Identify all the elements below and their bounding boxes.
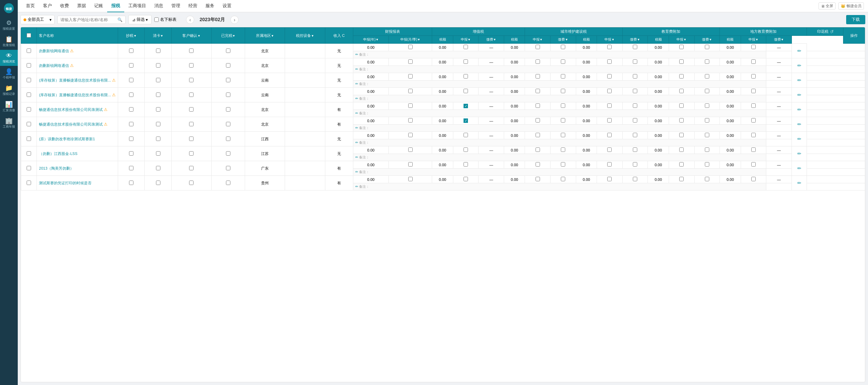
done-cell[interactable]	[212, 161, 245, 176]
yh-declare-checkbox[interactable]	[751, 74, 756, 79]
done-checkbox[interactable]	[226, 166, 230, 170]
qingka-cell[interactable]	[145, 117, 171, 132]
df-pay-cell[interactable]	[694, 58, 720, 66]
row-checkbox-cell[interactable]	[21, 58, 37, 73]
qingka-checkbox[interactable]	[156, 137, 160, 141]
jy-pay-cell[interactable]	[622, 44, 648, 51]
yh-declare-checkbox[interactable]	[751, 59, 756, 64]
sidebar-item-baoshuishezhi[interactable]: ⚙ 报税设置	[0, 17, 18, 33]
jy-pay-checkbox[interactable]	[633, 162, 637, 167]
cs-declare-checkbox[interactable]	[536, 177, 540, 181]
edit-note-icon[interactable]: ✏	[355, 141, 358, 144]
yh-declare-cell[interactable]	[741, 73, 766, 81]
cs-declare-cell[interactable]	[525, 102, 551, 110]
done-cell[interactable]	[212, 146, 245, 161]
jy-declare-checkbox[interactable]	[607, 45, 612, 49]
jy-pay-cell[interactable]	[622, 117, 648, 125]
row-checkbox-cell[interactable]	[21, 44, 37, 58]
nav-service[interactable]: 服务	[201, 0, 218, 12]
zzs-declare-cell[interactable]	[453, 146, 479, 154]
cs-pay-checkbox[interactable]	[561, 74, 565, 79]
row-checkbox-cell[interactable]	[21, 102, 37, 117]
cs-pay-checkbox[interactable]	[561, 45, 565, 49]
df-declare-cell[interactable]	[669, 73, 694, 81]
jy-declare-checkbox[interactable]	[607, 162, 612, 167]
cs-declare-cell[interactable]	[525, 132, 551, 139]
df-declare-cell[interactable]	[669, 176, 694, 183]
edit-icon[interactable]: ✏	[797, 180, 801, 186]
action-cell[interactable]: ✏	[792, 176, 807, 190]
zzs-declare-cell[interactable]: ✓	[453, 102, 479, 110]
edit-note-icon[interactable]: ✏	[355, 97, 358, 100]
done-cell[interactable]	[212, 132, 245, 146]
qingka-checkbox[interactable]	[156, 181, 160, 185]
caibao-month-checkbox[interactable]	[408, 162, 413, 167]
yh-declare-checkbox[interactable]	[751, 177, 756, 181]
row-checkbox-cell[interactable]	[21, 132, 37, 146]
zzs-declare-cell[interactable]	[453, 176, 479, 183]
row-checkbox[interactable]	[27, 92, 31, 97]
df-pay-cell[interactable]	[694, 44, 720, 51]
jy-pay-checkbox[interactable]	[633, 177, 637, 181]
chaoshui-cell[interactable]	[118, 132, 145, 146]
caibao-month-cell[interactable]	[389, 58, 432, 66]
edit-note-icon[interactable]: ✏	[355, 111, 358, 115]
chaoshui-checkbox[interactable]	[129, 63, 133, 68]
confirm-checkbox[interactable]	[189, 48, 194, 53]
customer-name-cell[interactable]: (库存核算）直播畅捷通信息技术股份有限...⚠	[37, 73, 118, 88]
chaoshui-cell[interactable]	[118, 44, 145, 58]
chaoshui-cell[interactable]	[118, 146, 145, 161]
jy-pay-checkbox[interactable]	[633, 74, 637, 79]
qingka-cell[interactable]	[145, 73, 171, 88]
edit-note-icon[interactable]: ✏	[355, 67, 358, 71]
df-pay-cell[interactable]	[694, 176, 720, 183]
cs-pay-cell[interactable]	[551, 161, 576, 169]
jy-declare-cell[interactable]	[597, 73, 623, 81]
cs-declare-cell[interactable]	[525, 117, 551, 125]
confirm-checkbox[interactable]	[189, 107, 194, 112]
df-declare-checkbox[interactable]	[679, 177, 684, 181]
action-cell[interactable]: ✏	[792, 161, 807, 176]
confirm-checkbox[interactable]	[189, 63, 194, 68]
row-checkbox-cell[interactable]	[21, 146, 37, 161]
df-declare-cell[interactable]	[669, 58, 694, 66]
cs-declare-cell[interactable]	[525, 58, 551, 66]
yh-declare-checkbox[interactable]	[751, 133, 756, 137]
df-pay-checkbox[interactable]	[705, 177, 709, 181]
caibao-month-cell[interactable]	[389, 88, 432, 95]
df-pay-cell[interactable]	[694, 117, 720, 125]
customer-name-cell[interactable]: 测试斯赛的凭证打印的时候是否	[37, 176, 118, 190]
cs-pay-cell[interactable]	[551, 58, 576, 66]
cs-declare-cell[interactable]	[525, 161, 551, 169]
jy-declare-checkbox[interactable]	[607, 177, 612, 181]
action-cell[interactable]: ✏	[792, 73, 807, 88]
zzs-declare-checkbox[interactable]	[464, 147, 468, 152]
df-declare-cell[interactable]	[669, 102, 694, 110]
yh-declare-checkbox[interactable]	[751, 103, 756, 108]
row-checkbox[interactable]	[27, 166, 31, 170]
qingka-cell[interactable]	[145, 176, 171, 190]
done-checkbox[interactable]	[226, 63, 230, 68]
yh-declare-cell[interactable]	[741, 88, 766, 95]
done-checkbox[interactable]	[226, 151, 230, 156]
nav-message[interactable]: 消息	[150, 0, 167, 12]
df-pay-checkbox[interactable]	[705, 133, 709, 137]
member-button[interactable]: 👑 畅捷会员	[838, 2, 864, 10]
caibao-month-checkbox[interactable]	[408, 59, 413, 64]
customer-name-cell[interactable]: 畅捷通信息技术股份有限公司民珠测试⚠	[37, 102, 118, 117]
zzs-declare-cell[interactable]	[453, 161, 479, 169]
jy-declare-checkbox[interactable]	[607, 147, 612, 152]
confirm-checkbox[interactable]	[189, 181, 194, 185]
jy-pay-checkbox[interactable]	[633, 59, 637, 64]
name-table-checkbox[interactable]	[154, 17, 159, 22]
jy-pay-checkbox[interactable]	[633, 45, 637, 49]
jy-declare-cell[interactable]	[597, 44, 623, 51]
confirm-checkbox[interactable]	[189, 122, 194, 126]
df-declare-checkbox[interactable]	[679, 147, 684, 152]
jy-pay-cell[interactable]	[622, 102, 648, 110]
search-icon[interactable]: 🔍	[117, 17, 123, 22]
cs-pay-checkbox[interactable]	[561, 89, 565, 93]
done-cell[interactable]	[212, 73, 245, 88]
filter-button[interactable]: ⊿ 筛选 ▾	[128, 15, 152, 24]
confirm-cell[interactable]	[171, 73, 211, 88]
